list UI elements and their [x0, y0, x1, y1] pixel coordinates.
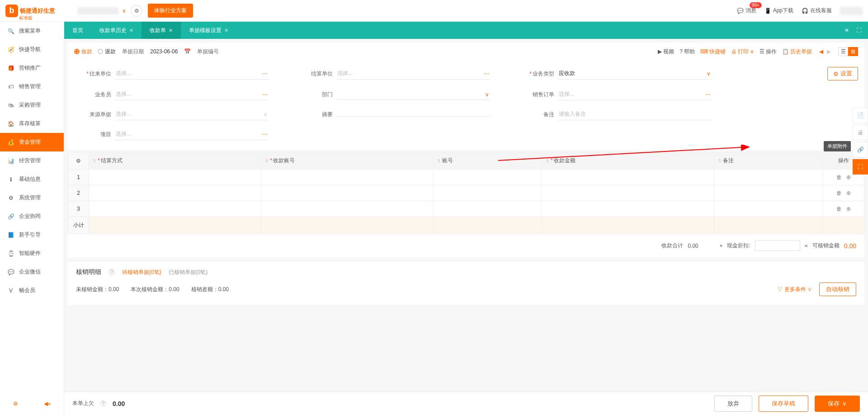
col-remark[interactable]: ⇅备注: [714, 152, 823, 170]
fullscreen-icon[interactable]: ⛶: [854, 25, 863, 35]
more-conditions-link[interactable]: ▽ 更多条件 ∨: [777, 286, 812, 293]
tab-close-all-icon[interactable]: ✕: [843, 25, 851, 35]
sidebar-item-wallet[interactable]: 💰资金管理: [0, 133, 64, 151]
user-avatar[interactable]: [840, 7, 863, 15]
rail-print-icon[interactable]: 🖨: [853, 125, 868, 140]
tab-2[interactable]: 收款单✕: [142, 22, 181, 39]
col-acctno[interactable]: ⇅账号: [434, 152, 542, 170]
field-partner: *往来单位 选择...⋯: [74, 67, 269, 80]
sidebar-item-home[interactable]: 🏠库存核算: [0, 114, 64, 133]
tenant-selector[interactable]: ∨: [78, 7, 126, 14]
sound-icon[interactable]: ◀»: [44, 401, 51, 407]
help-icon[interactable]: ?: [108, 269, 115, 275]
sidebar-item-chart[interactable]: 📊经营管理: [0, 151, 64, 170]
remark-input[interactable]: 请输入备注: [558, 108, 712, 120]
biz-type-select[interactable]: 应收款∨: [558, 68, 712, 80]
operation-tool[interactable]: ☰操作: [760, 48, 777, 56]
tab-pending[interactable]: 待核销单据(0笔): [122, 269, 161, 276]
salesman-input[interactable]: 选择...⋯: [115, 89, 269, 100]
detail-table: ⚙ ⇅*结算方式 ⇅*收款账号 ⇅账号 ⇅*收款金额 ⇅备注 操作 1🗑⊕2🗑⊕…: [68, 152, 864, 234]
save-button[interactable]: 保存∨: [815, 396, 860, 412]
experience-button[interactable]: 体验行业方案: [148, 4, 193, 18]
sidebar-item-compass[interactable]: 🧭快捷导航: [0, 40, 64, 59]
online-service-link[interactable]: 🎧 在线客服: [802, 7, 832, 14]
delete-row-icon[interactable]: 🗑: [836, 206, 842, 212]
sidebar-item-bag[interactable]: 🛍采购管理: [0, 96, 64, 114]
sidebar-item-info[interactable]: ℹ基础信息: [0, 170, 64, 189]
tab-done[interactable]: 已核销单据(0笔): [169, 269, 208, 276]
help-icon[interactable]: ?: [100, 401, 106, 406]
close-icon[interactable]: ✕: [169, 28, 173, 33]
messages-link[interactable]: 💬 消息 99+: [737, 7, 756, 14]
project-input[interactable]: 选择...⋯: [115, 128, 269, 140]
col-settle[interactable]: ⇅*结算方式: [89, 152, 261, 170]
tab-1[interactable]: 收款单历史✕: [91, 22, 142, 39]
delete-row-icon[interactable]: 🗑: [836, 190, 842, 196]
auto-writeoff-button[interactable]: 自动核销: [819, 283, 856, 296]
print-tool[interactable]: 🖨打印 ∨: [731, 48, 754, 56]
tenant-settings-icon[interactable]: ⚙: [131, 5, 142, 17]
settings-icon[interactable]: ⚙: [13, 401, 18, 407]
sidebar-item-guide[interactable]: 📘新手引导: [0, 226, 64, 244]
headset-icon: 🎧: [802, 8, 808, 14]
tab-3[interactable]: 单据模板设置✕: [181, 22, 236, 39]
view-list-icon[interactable]: ☰: [838, 47, 848, 56]
close-icon[interactable]: ✕: [224, 28, 228, 33]
header-right: 💬 消息 99+ 📱 App下载 🎧 在线客服: [737, 7, 863, 15]
sidebar-item-gear[interactable]: ⚙系统管理: [0, 189, 64, 207]
radio-receive[interactable]: 收款: [74, 48, 92, 56]
field-biz-type: *业务类型 应收款∨: [517, 67, 712, 80]
sidebar-item-gift[interactable]: 🎁营销推广: [0, 59, 64, 77]
print-icon: 🖨: [731, 48, 736, 55]
add-row-icon[interactable]: ⊕: [846, 206, 851, 212]
shortcut-tool[interactable]: ⌨快捷键: [700, 48, 726, 56]
doc-date-value[interactable]: 2023-06-06: [150, 48, 178, 55]
delete-row-icon[interactable]: 🗑: [836, 174, 842, 180]
video-tool[interactable]: ▶视频: [658, 48, 674, 56]
close-icon[interactable]: ✕: [129, 28, 133, 33]
dept-select[interactable]: ∨: [336, 90, 490, 100]
add-row-icon[interactable]: ⊕: [846, 190, 851, 196]
calendar-icon[interactable]: 📅: [184, 48, 191, 55]
rail-expand-icon[interactable]: ⛶: [853, 159, 868, 174]
col-account[interactable]: ⇅*收款账号: [261, 152, 434, 170]
source-select[interactable]: 选择...∨: [115, 108, 269, 120]
sidebar-item-tag[interactable]: 🏷销售管理: [0, 77, 64, 96]
sale-order-input[interactable]: 选择...⋯: [558, 89, 712, 100]
prev-icon[interactable]: ◀: [817, 48, 825, 55]
settle-unit-input[interactable]: 选择...⋯: [336, 68, 490, 80]
table-row[interactable]: 3🗑⊕: [68, 201, 864, 217]
more-icon: ⋯: [484, 71, 489, 77]
filter-icon: ▽: [777, 286, 784, 292]
summary-input[interactable]: [336, 113, 490, 117]
radio-refund[interactable]: 退款: [98, 48, 116, 56]
sidebar-item-device[interactable]: ⌚智能硬件: [0, 244, 64, 263]
save-draft-button[interactable]: 保存草稿: [759, 396, 808, 412]
tab-0[interactable]: 首页: [64, 22, 91, 39]
doc-type-radio-group: 收款 退款: [74, 48, 116, 56]
help-tool[interactable]: ?帮助: [679, 48, 695, 56]
sidebar-item-link[interactable]: 🔗企业协同: [0, 207, 64, 226]
rail-draft-icon[interactable]: 📄: [853, 108, 868, 123]
add-row-icon[interactable]: ⊕: [846, 174, 851, 180]
col-gear[interactable]: ⚙: [68, 152, 89, 170]
sidebar-item-vip[interactable]: V畅会员: [0, 281, 64, 300]
history-tool[interactable]: 📋历史单据: [782, 48, 812, 56]
chevron-down-icon: ∨: [806, 286, 812, 292]
writable-label: 可核销金额: [812, 242, 840, 250]
discard-button[interactable]: 放弃: [714, 396, 752, 412]
sidebar-item-label: 智能硬件: [19, 250, 41, 257]
content-scroll: 收款 退款 单据日期 2023-06-06 📅 单据编号 ▶视频 ?帮助 ⌨快捷…: [64, 39, 868, 391]
table-row[interactable]: 2🗑⊕: [68, 185, 864, 201]
rail-attachment-icon[interactable]: 🔗: [853, 142, 868, 157]
sidebar-item-search[interactable]: 🔍搜索菜单: [0, 22, 64, 40]
app-download-link[interactable]: 📱 App下载: [764, 7, 793, 14]
view-form-icon[interactable]: ⊞: [848, 47, 858, 56]
table-row[interactable]: 1🗑⊕: [68, 170, 864, 185]
cash-discount-input[interactable]: [755, 241, 800, 251]
config-button[interactable]: ⚙设置: [827, 67, 858, 80]
sidebar-item-wechat[interactable]: 💬企业微信: [0, 263, 64, 281]
partner-input[interactable]: 选择...⋯: [115, 68, 269, 80]
col-amount[interactable]: ⇅*收款金额: [542, 152, 714, 170]
next-icon[interactable]: ▶: [825, 48, 833, 55]
